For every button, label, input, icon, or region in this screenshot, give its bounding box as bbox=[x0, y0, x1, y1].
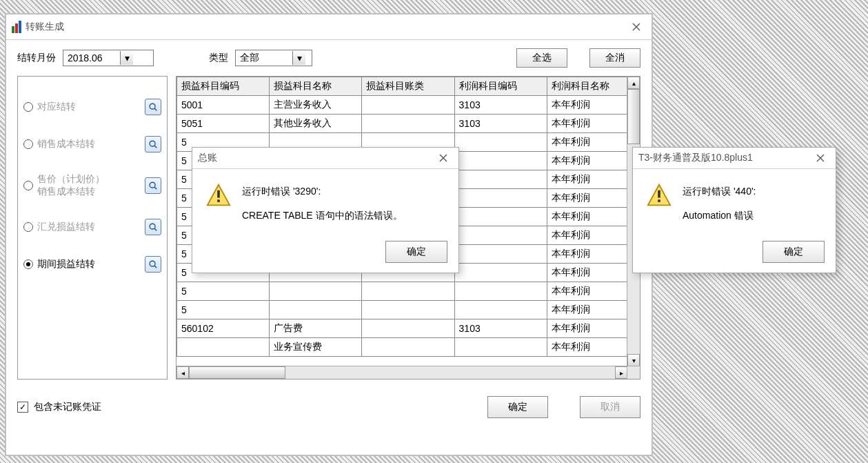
scroll-right-button[interactable]: ▸ bbox=[615, 366, 627, 379]
search-icon[interactable] bbox=[145, 219, 161, 235]
table-cell[interactable]: 本年利润 bbox=[547, 226, 639, 245]
scroll-left-button[interactable]: ◂ bbox=[176, 366, 189, 379]
table-cell[interactable] bbox=[454, 264, 547, 282]
table-cell[interactable]: 广告费 bbox=[270, 319, 362, 338]
search-icon[interactable] bbox=[145, 136, 161, 152]
table-cell[interactable]: 本年利润 bbox=[547, 245, 639, 264]
table-cell[interactable] bbox=[362, 319, 454, 338]
table-cell[interactable] bbox=[454, 208, 547, 226]
dialog2-message-line2: Automation 错误 bbox=[683, 207, 756, 224]
table-cell[interactable]: 本年利润 bbox=[547, 208, 639, 226]
table-cell[interactable]: 本年利润 bbox=[547, 338, 639, 357]
table-cell[interactable] bbox=[270, 301, 362, 319]
deselect-all-button[interactable]: 全消 bbox=[589, 48, 640, 68]
dialog1-title: 总账 bbox=[198, 152, 217, 164]
table-cell[interactable] bbox=[270, 282, 362, 301]
table-cell[interactable]: 3103 bbox=[454, 96, 547, 115]
table-row[interactable]: 业务宣传费本年利润 bbox=[177, 338, 640, 357]
sidebar-radio-0: 对应结转 bbox=[23, 99, 161, 115]
table-cell[interactable]: 560102 bbox=[177, 319, 270, 338]
table-cell[interactable]: 5001 bbox=[177, 96, 270, 115]
table-cell[interactable]: 5 bbox=[177, 282, 270, 301]
scroll-up-button[interactable]: ▴ bbox=[627, 77, 640, 89]
table-row[interactable]: 560102广告费3103本年利润 bbox=[177, 319, 640, 338]
svg-line-3 bbox=[154, 146, 157, 148]
table-cell[interactable]: 本年利润 bbox=[547, 189, 639, 208]
sidebar-radio-3: 汇兑损益结转 bbox=[23, 219, 161, 235]
main-titlebar[interactable]: 转账生成 bbox=[6, 14, 652, 40]
table-row[interactable]: 5051其他业务收入3103本年利润 bbox=[177, 115, 640, 133]
column-header[interactable]: 损益科目编码 bbox=[177, 77, 270, 96]
main-close-button[interactable] bbox=[627, 19, 646, 35]
table-cell[interactable] bbox=[454, 245, 547, 264]
sidebar-radio-4[interactable]: 期间损益结转 bbox=[23, 256, 161, 273]
table-cell[interactable]: 本年利润 bbox=[547, 115, 639, 133]
table-cell[interactable] bbox=[362, 301, 454, 319]
dialog2-titlebar[interactable]: T3-财务通普及版10.8plus1 bbox=[633, 148, 836, 169]
table-cell[interactable] bbox=[362, 338, 454, 357]
dialog1-ok-button[interactable]: 确定 bbox=[385, 241, 447, 263]
table-cell[interactable]: 本年利润 bbox=[547, 96, 639, 115]
table-cell[interactable] bbox=[454, 170, 547, 189]
scroll-down-button[interactable]: ▾ bbox=[627, 354, 640, 366]
table-cell[interactable] bbox=[454, 282, 547, 301]
search-icon[interactable] bbox=[145, 177, 161, 194]
dialog1-close-button[interactable] bbox=[434, 150, 453, 166]
table-cell[interactable] bbox=[177, 338, 270, 357]
dialog1-titlebar[interactable]: 总账 bbox=[192, 148, 458, 169]
column-header[interactable]: 损益科目名称 bbox=[270, 77, 362, 96]
table-cell[interactable] bbox=[454, 133, 547, 152]
warning-icon bbox=[647, 183, 672, 210]
scroll-thumb-vertical[interactable] bbox=[627, 89, 640, 144]
search-icon[interactable] bbox=[145, 99, 161, 115]
table-cell[interactable] bbox=[454, 338, 547, 357]
table-cell[interactable]: 本年利润 bbox=[547, 301, 639, 319]
dialog2-ok-button[interactable]: 确定 bbox=[763, 241, 825, 263]
table-row[interactable]: 5001主营业务收入3103本年利润 bbox=[177, 96, 640, 115]
warning-icon bbox=[206, 183, 231, 210]
table-cell[interactable] bbox=[454, 301, 547, 319]
table-cell[interactable]: 3103 bbox=[454, 115, 547, 133]
sidebar-item-label: 期间损益结转 bbox=[37, 258, 141, 270]
sidebar-radio-2: 售价（计划价） 销售成本结转 bbox=[23, 173, 161, 198]
include-unposted-checkbox[interactable] bbox=[17, 402, 28, 413]
table-cell[interactable] bbox=[362, 115, 454, 133]
ok-button[interactable]: 确定 bbox=[487, 396, 548, 418]
column-header[interactable]: 利润科目编码 bbox=[454, 77, 547, 96]
column-header[interactable]: 损益科目账类 bbox=[362, 77, 454, 96]
table-cell[interactable]: 业务宣传费 bbox=[270, 338, 362, 357]
table-cell[interactable]: 本年利润 bbox=[547, 170, 639, 189]
column-header[interactable]: 利润科目名称 bbox=[547, 77, 639, 96]
dialog1-message-line1: 运行时错误 '3290': bbox=[242, 183, 403, 200]
select-all-button[interactable]: 全选 bbox=[516, 48, 567, 68]
horizontal-scrollbar[interactable]: ◂ ▸ bbox=[176, 366, 627, 379]
table-cell[interactable]: 本年利润 bbox=[547, 133, 639, 152]
radio-icon bbox=[23, 181, 33, 190]
table-cell[interactable]: 3103 bbox=[454, 319, 547, 338]
table-cell[interactable] bbox=[454, 226, 547, 245]
table-cell[interactable]: 本年利润 bbox=[547, 264, 639, 282]
month-dropdown[interactable]: 2018.06 ▾ bbox=[63, 50, 154, 66]
table-cell[interactable] bbox=[454, 152, 547, 170]
sidebar-item-label: 汇兑损益结转 bbox=[37, 221, 141, 233]
dialog2-close-button[interactable] bbox=[811, 150, 830, 166]
table-cell[interactable] bbox=[362, 282, 454, 301]
sidebar: 对应结转销售成本结转售价（计划价） 销售成本结转汇兑损益结转期间损益结转 bbox=[17, 76, 168, 380]
table-cell[interactable]: 其他业务收入 bbox=[270, 115, 362, 133]
table-row[interactable]: 5本年利润 bbox=[177, 301, 640, 319]
table-cell[interactable]: 5051 bbox=[177, 115, 270, 133]
search-icon[interactable] bbox=[145, 256, 161, 273]
table-cell[interactable]: 主营业务收入 bbox=[270, 96, 362, 115]
table-cell[interactable]: 本年利润 bbox=[547, 282, 639, 301]
table-row[interactable]: 5本年利润 bbox=[177, 282, 640, 301]
table-cell[interactable] bbox=[454, 189, 547, 208]
type-dropdown[interactable]: 全部 ▾ bbox=[235, 50, 312, 66]
table-cell[interactable]: 5 bbox=[177, 301, 270, 319]
type-value: 全部 bbox=[236, 52, 292, 64]
radio-icon bbox=[23, 259, 33, 269]
table-cell[interactable] bbox=[362, 96, 454, 115]
svg-point-0 bbox=[150, 104, 155, 109]
table-cell[interactable]: 本年利润 bbox=[547, 319, 639, 338]
table-cell[interactable]: 本年利润 bbox=[547, 152, 639, 170]
scroll-thumb-horizontal[interactable] bbox=[189, 366, 285, 379]
